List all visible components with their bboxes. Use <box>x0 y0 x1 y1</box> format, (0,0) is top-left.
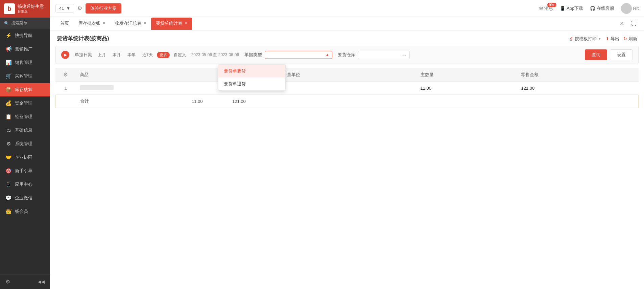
messages-badge: 99+ <box>547 3 556 7</box>
date-opt-upper[interactable]: 上月 <box>95 51 109 59</box>
sidebar-item-operations[interactable]: 📋 经营管理 <box>0 110 50 124</box>
filter-actions: 查询 设置 <box>585 49 633 60</box>
header-right: ✉ 消息 99+ 📱 App下载 🎧 在线客服 Rit <box>539 3 639 14</box>
dropdown-item-order-return[interactable]: 要货单退货 <box>218 77 285 90</box>
sidebar-label-purchase: 采购管理 <box>15 73 32 79</box>
sidebar-label-finance: 资金管理 <box>15 100 32 106</box>
total-quantity: 11.00 <box>188 95 228 108</box>
sidebar-icon-system: ⚙ <box>5 141 11 147</box>
sidebar-icon-enterprise: 🤝 <box>5 154 11 160</box>
settings-gear-icon[interactable]: ⚙ <box>77 5 82 12</box>
dropdown-item-order-goods[interactable]: 要货单要货 <box>218 65 285 77</box>
table-header-row: ⚙ 商品 主计量单位 主数量 零售金额 <box>55 68 639 82</box>
print-label: 按模板打印 <box>575 36 597 42</box>
online-service-label: 在线客服 <box>597 5 614 12</box>
user-avatar-item[interactable]: Rit <box>621 3 639 14</box>
sidebar-item-basic[interactable]: 🗂 基础信息 <box>0 124 50 137</box>
sidebar-label-sales: 销售管理 <box>15 60 32 66</box>
sidebar-label-guide: 新手引导 <box>15 168 32 174</box>
username-label: Rit <box>633 6 639 11</box>
sidebar-icon-sales: 📊 <box>5 60 11 66</box>
search-icon: 🔍 <box>4 21 9 26</box>
total-row: 合计 11.00 121.00 <box>56 95 638 108</box>
sidebar-footer: ⚙ ◀◀ <box>0 274 50 289</box>
date-opt-custom[interactable]: 自定义 <box>171 51 189 59</box>
header-left: 41 ▼ ⚙ 体验行业方案 <box>55 3 121 14</box>
print-dropdown-icon: ▼ <box>598 37 601 41</box>
column-settings-icon[interactable]: ⚙ <box>63 72 68 77</box>
filter-settings-button[interactable]: 设置 <box>610 49 633 60</box>
type-filter-group: 单据类型 ▲ <box>244 51 332 59</box>
export-button[interactable]: ⬆ 导出 <box>605 36 619 42</box>
sidebar-item-quick-nav[interactable]: ⚡ 快捷导航 <box>0 29 50 42</box>
store-dropdown-icon: ▼ <box>66 6 70 11</box>
page-content: 要货单统计表(按商品) 🖨 按模板打印 ▼ ⬆ 导出 ↻ 刷新 ▶ <box>50 30 644 289</box>
tab-close-order-summary[interactable]: ✕ <box>184 21 187 25</box>
sidebar-icon-finance: 💰 <box>5 100 11 106</box>
headset-icon: 🎧 <box>590 6 595 11</box>
sidebar-icon-basic: 🗂 <box>5 128 11 133</box>
app-name: 畅捷通好生意 <box>18 4 44 9</box>
tab-order-summary[interactable]: 要货单统计表✕ <box>151 18 192 30</box>
messages-item[interactable]: ✉ 消息 99+ <box>539 5 553 12</box>
tab-close-receive-summary[interactable]: ✕ <box>143 21 146 25</box>
row-quantity: 11.00 <box>416 82 517 95</box>
user-avatar <box>621 3 632 14</box>
tab-close-batch-account[interactable]: ✕ <box>102 21 105 25</box>
sidebar-item-guide[interactable]: 🎯 新手引导 <box>0 164 50 178</box>
date-opt-year[interactable]: 本年 <box>125 51 138 59</box>
sidebar-item-marketing[interactable]: 📢 营销推广 <box>0 42 50 56</box>
sidebar: b 畅捷通好生意 标准版 🔍 搜索菜单 ⚡ 快捷导航 📢 营销推广 📊 销售管理… <box>0 0 50 289</box>
sidebar-search[interactable]: 🔍 搜索菜单 <box>0 18 50 29</box>
refresh-button[interactable]: ↻ 刷新 <box>623 36 637 42</box>
table-body: 1 块 11.00 121.00 <box>55 82 639 95</box>
sidebar-item-finance[interactable]: 💰 资金管理 <box>0 96 50 110</box>
query-button[interactable]: 查询 <box>585 49 607 60</box>
sidebar-label-enterprise: 企业协同 <box>15 154 32 160</box>
tab-label-batch-account: 库存批次账 <box>78 20 100 26</box>
app-download-item[interactable]: 📱 App下载 <box>560 5 583 12</box>
store-selector[interactable]: 41 ▼ <box>55 4 74 13</box>
tab-batch-account[interactable]: 库存批次账✕ <box>74 18 110 30</box>
date-opt-more[interactable]: 更多 <box>157 52 170 58</box>
collapse-button[interactable]: ◀◀ <box>38 279 45 284</box>
tab-home[interactable]: 首页 <box>55 18 74 30</box>
sidebar-label-quick-nav: 快捷导航 <box>15 32 32 39</box>
sidebar-header: b 畅捷通好生意 标准版 <box>0 0 50 18</box>
warehouse-select[interactable]: ··· <box>358 51 410 59</box>
sidebar-item-sales[interactable]: 📊 销售管理 <box>0 56 50 69</box>
sidebar-label-wechat: 企业微信 <box>15 195 32 201</box>
sidebar-item-member[interactable]: 👑 畅会员 <box>0 205 50 218</box>
type-select[interactable]: ▲ <box>265 51 332 59</box>
sidebar-icon-inventory: 📦 <box>5 87 11 93</box>
table-container: ⚙ 商品 主计量单位 主数量 零售金额 1 块 11.00 121.00 <box>55 68 639 95</box>
date-range-display: 2023-05-06 至 2023-06-06 <box>191 52 239 58</box>
sidebar-item-purchase[interactable]: 🛒 采购管理 <box>0 69 50 83</box>
print-icon: 🖨 <box>569 36 573 41</box>
sidebar-label-system: 系统管理 <box>15 141 32 147</box>
sidebar-item-wechat[interactable]: 💬 企业微信 <box>0 191 50 205</box>
settings-icon[interactable]: ⚙ <box>5 279 10 285</box>
tab-receive-summary[interactable]: 收发存汇总表✕ <box>110 18 151 30</box>
store-name: 41 <box>59 6 64 11</box>
sidebar-icon-wechat: 💬 <box>5 195 11 201</box>
col-settings[interactable]: ⚙ <box>55 68 76 82</box>
print-template-button[interactable]: 🖨 按模板打印 ▼ <box>569 36 601 42</box>
expand-tabs-button[interactable]: ⛶ <box>629 19 639 28</box>
sidebar-label-appstore: 应用中心 <box>15 181 32 187</box>
sidebar-item-enterprise[interactable]: 🤝 企业协同 <box>0 151 50 164</box>
sidebar-item-system[interactable]: ⚙ 系统管理 <box>0 137 50 151</box>
date-opt-current[interactable]: 本月 <box>110 51 123 59</box>
type-select-up-arrow: ▲ <box>325 52 329 57</box>
online-service-item[interactable]: 🎧 在线客服 <box>590 5 614 12</box>
top-header: 41 ▼ ⚙ 体验行业方案 ✉ 消息 99+ 📱 App下载 🎧 在线客服 R <box>50 0 644 17</box>
app-download-label: App下载 <box>567 5 583 12</box>
app-logo: b <box>4 3 15 14</box>
sidebar-item-inventory[interactable]: 📦 库存核算 <box>0 83 50 96</box>
date-opt-7days[interactable]: 近7天 <box>140 51 156 59</box>
filter-toggle-button[interactable]: ▶ <box>61 51 69 59</box>
close-all-tabs-button[interactable]: ✕ <box>617 19 626 28</box>
row-index: 1 <box>55 82 76 95</box>
sidebar-item-appstore[interactable]: 📱 应用中心 <box>0 178 50 191</box>
trial-button[interactable]: 体验行业方案 <box>86 3 121 14</box>
